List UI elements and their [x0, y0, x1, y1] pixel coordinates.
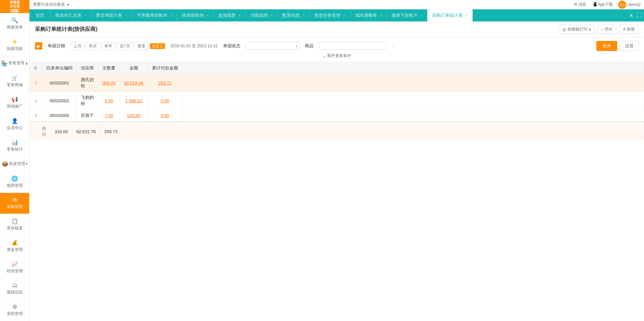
row-code: 00020001	[42, 74, 77, 92]
marketing-icon: 📢	[11, 96, 18, 103]
refresh-button[interactable]: ↺ 刷新	[619, 25, 639, 34]
row-amount[interactable]: 525.80	[120, 110, 148, 121]
tab-order-summary[interactable]: 要货单统计表 ×	[91, 9, 132, 21]
column-settings-icon[interactable]: ⚙	[34, 65, 38, 71]
maximize-icon[interactable]: ⛶	[636, 12, 641, 18]
close-icon[interactable]: ×	[420, 13, 422, 17]
th-amount: 金额	[120, 62, 148, 74]
app-logo[interactable]: 畅捷通 好生意 标版	[0, 0, 30, 13]
row-paid[interactable]: 0.00	[148, 110, 182, 121]
operations-icon: 📈	[11, 261, 18, 267]
settings-button[interactable]: 设置	[620, 41, 639, 51]
sidebar: 畅捷通 好生意 标版 🔍 搜索英单 ⚡ 快捷导航 🏪 零售管理 ▲ 🛒 零售商城…	[0, 0, 30, 321]
sidebar-item-retail-shop[interactable]: 🛒 零售商城	[0, 71, 29, 92]
table-row[interactable]: 1 00020001 惠氏奶粉 303.00 60,519.44 259.72	[30, 74, 644, 92]
date-btn-7days[interactable]: 近7天	[117, 42, 133, 50]
sidebar-item-inventory[interactable]: 📋 库存核算	[0, 214, 29, 235]
date-btn-this-year[interactable]: 本年	[101, 42, 115, 50]
close-icon[interactable]: ×	[380, 13, 382, 17]
close-all-icon[interactable]: ✕	[629, 12, 633, 19]
close-icon[interactable]: ×	[343, 13, 345, 17]
status-select[interactable]	[246, 42, 300, 50]
chevron-down-icon: ▲	[25, 61, 29, 65]
row-qty[interactable]: 303.00	[98, 74, 120, 92]
close-icon[interactable]: ×	[270, 13, 272, 17]
tab-expiry-query[interactable]: 保质期查询 ×	[177, 9, 213, 21]
table-footer: 合计 316.00 62,631.76 259.72	[30, 121, 644, 141]
sidebar-item-system[interactable]: ⚙ 系统管理	[0, 300, 29, 321]
sidebar-item-finance[interactable]: 💰 资金管理	[0, 235, 29, 257]
tab-purchase-stat[interactable]: 采购订单统计表 ×	[427, 9, 472, 21]
tab-home[interactable]: 首页	[30, 9, 51, 21]
close-icon[interactable]: ×	[125, 13, 127, 17]
sidebar-item-member[interactable]: 👤 会员中心	[0, 114, 29, 135]
filter-toggle-btn[interactable]: ▶	[35, 42, 42, 50]
toggle-icon: ▶	[37, 43, 41, 49]
date-btn-this-month[interactable]: 本月	[86, 42, 100, 50]
tab-available-stock[interactable]: 可用量库存账本 ×	[132, 9, 177, 21]
date-btn-more[interactable]: 更多	[135, 42, 149, 50]
print-button[interactable]: 🖨 按模板打印 ▾	[558, 25, 595, 34]
sidebar-item-operations[interactable]: 📈 经营管理	[0, 257, 29, 278]
goods-input[interactable]	[319, 42, 386, 50]
sidebar-item-search[interactable]: 🔍 搜索英单	[0, 13, 29, 35]
tab-config-info[interactable]: 配置信息 ×	[278, 9, 310, 21]
row-amount[interactable]: 60,519.44	[120, 74, 148, 92]
sidebar-item-retail[interactable]: 🏪 零售管理 ▲	[0, 56, 29, 71]
query-button[interactable]: 查询	[596, 41, 617, 51]
more-filter-btn[interactable]: ···	[391, 44, 395, 48]
message-btn[interactable]: ✉ 消息	[574, 2, 586, 7]
tab-overstock-warning[interactable]: 超储预警 ×	[214, 9, 246, 21]
sidebar-item-purchase[interactable]: 🛍 采购管理	[0, 193, 29, 214]
tab-cost-adjust[interactable]: 成本调整单 ×	[351, 9, 387, 21]
export-button[interactable]: ↓ 导出	[597, 25, 616, 34]
footer-paid: 259.72	[100, 122, 122, 141]
sidebar-item-ecommerce[interactable]: 🌐 电商管理	[0, 171, 29, 193]
expand-icon: ⌄	[322, 54, 326, 58]
table-row[interactable]: 2 00020002 飞鹤奶粉 6.00 1,586.52 0.00	[30, 92, 644, 110]
row-paid[interactable]: 0.00	[148, 92, 182, 110]
download-icon: 📲	[592, 2, 597, 7]
row-amount[interactable]: 1,586.52	[120, 92, 148, 110]
tab-function-desc[interactable]: 功能说明 ×	[246, 9, 277, 21]
th-code: 往来单位编码	[42, 62, 77, 74]
close-icon-active[interactable]: ×	[465, 13, 467, 17]
page-title: 采购订单统计表(按供应商)	[35, 26, 98, 36]
workspace-selector[interactable]: 母婴行业演示账套 ▾	[33, 2, 69, 7]
tab-invite-downstream[interactable]: 邀请下游客户 ×	[387, 9, 427, 21]
user-area[interactable]: Ea demo2	[618, 1, 641, 9]
footer-label: 合计	[38, 122, 51, 141]
footer-table: 合计 316.00 62,631.76 259.72	[30, 122, 644, 141]
sidebar-item-basic[interactable]: 🗂 基础信息	[0, 278, 29, 300]
close-icon[interactable]: ×	[84, 13, 86, 17]
row-qty[interactable]: 6.00	[98, 92, 120, 110]
close-icon[interactable]: ×	[170, 13, 172, 17]
table-row[interactable]: 3 00020005 好孩子 7.00 525.80 0.00	[30, 110, 644, 121]
inventory-icon: 📋	[11, 218, 18, 224]
member-icon: 👤	[11, 118, 18, 124]
sidebar-item-retail-stat[interactable]: 📊 零售统计	[0, 135, 29, 157]
expand-more-button[interactable]: ⌄ 展开更多条件	[322, 53, 351, 59]
date-btn-last-month[interactable]: 上月	[70, 42, 85, 50]
sidebar-item-nav[interactable]: ⚡ 快捷导航	[0, 35, 29, 56]
close-icon[interactable]: ×	[206, 13, 208, 17]
data-table: ⚙ 往来单位编码 供应商 主数量 金额 累计付款金额 1 00020001 惠氏…	[30, 62, 644, 121]
sidebar-item-marketing[interactable]: 📢 营销推广	[0, 92, 29, 114]
nav-icon: ⚡	[11, 39, 18, 45]
chevron-down-icon-2: ▾	[26, 162, 28, 166]
sidebar-item-wholesale[interactable]: 📦 批发管理 ▾	[0, 157, 29, 171]
row-qty[interactable]: 7.00	[98, 110, 120, 121]
tab-receive-summary[interactable]: 收发存汇总表 ×	[51, 9, 91, 21]
row-supplier: 惠氏奶粉	[77, 74, 98, 92]
shop-icon: 🛒	[11, 75, 18, 81]
close-icon[interactable]: ×	[303, 13, 305, 17]
page-header-actions: 🖨 按模板打印 ▾ ↓ 导出 ↺ 刷新	[558, 25, 639, 37]
close-icon[interactable]: ×	[238, 13, 240, 17]
app-download-btn[interactable]: 📲 App下载	[592, 2, 613, 7]
tab-pick-task[interactable]: 拣货任务管理 ×	[310, 9, 350, 21]
wholesale-icon: 📦	[2, 161, 8, 167]
row-paid[interactable]: 259.72	[148, 74, 182, 92]
row-index: 2	[30, 92, 42, 110]
user-name: demo2	[628, 2, 641, 7]
filter-row: ▶ 单据日期 上月 本月 本年 近7天 更多 自定义 2016-01-01 至 …	[35, 41, 639, 51]
